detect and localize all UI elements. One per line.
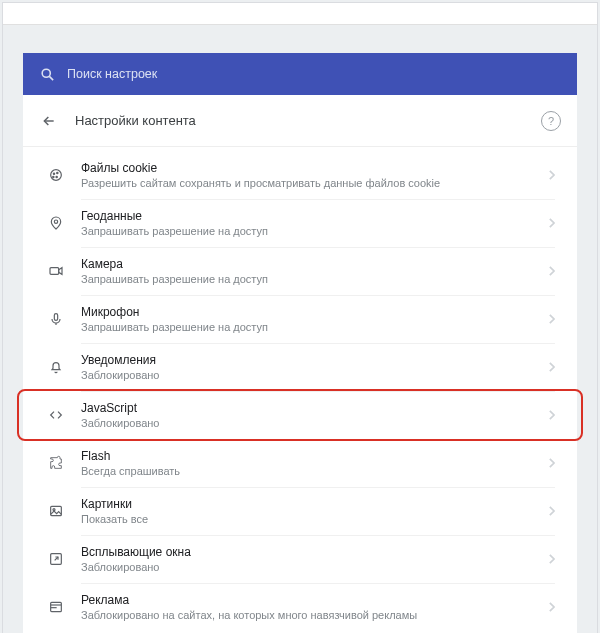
list-item-popup[interactable]: Всплывающие окна Заблокировано xyxy=(23,535,577,583)
svg-point-6 xyxy=(53,176,54,177)
camera-icon xyxy=(45,263,67,279)
list-item-image[interactable]: Картинки Показать все xyxy=(23,487,577,535)
top-whitespace xyxy=(3,3,597,25)
svg-point-0 xyxy=(42,69,50,77)
search-icon xyxy=(37,67,57,82)
item-subtitle: Всегда спрашивать xyxy=(81,465,548,477)
svg-point-2 xyxy=(51,170,62,181)
item-subtitle: Заблокировано xyxy=(81,417,548,429)
list-item-camera[interactable]: Камера Запрашивать разрешение на доступ xyxy=(23,247,577,295)
svg-point-7 xyxy=(54,220,57,223)
chevron-right-icon xyxy=(548,554,555,564)
item-title: Микрофон xyxy=(81,305,548,319)
cookie-icon xyxy=(45,167,67,183)
content-settings-card: Настройки контента ? Файлы cookie Разреш… xyxy=(23,95,577,633)
location-icon xyxy=(45,215,67,231)
list-item-code[interactable]: JavaScript Заблокировано xyxy=(23,391,577,439)
item-title: Уведомления xyxy=(81,353,548,367)
chevron-right-icon xyxy=(548,218,555,228)
item-title: Всплывающие окна xyxy=(81,545,548,559)
chevron-right-icon xyxy=(548,602,555,612)
list-item-ads[interactable]: Реклама Заблокировано на сайтах, на кото… xyxy=(23,583,577,631)
settings-list: Файлы cookie Разрешить сайтам сохранять … xyxy=(23,147,577,633)
back-button[interactable] xyxy=(39,111,59,131)
item-subtitle: Заблокировано на сайтах, на которых мног… xyxy=(81,609,548,621)
list-item-cookie[interactable]: Файлы cookie Разрешить сайтам сохранять … xyxy=(23,151,577,199)
page-title: Настройки контента xyxy=(75,113,196,128)
chevron-right-icon xyxy=(548,362,555,372)
svg-rect-8 xyxy=(50,268,59,275)
chevron-right-icon xyxy=(548,410,555,420)
item-title: Картинки xyxy=(81,497,548,511)
item-subtitle: Запрашивать разрешение на доступ xyxy=(81,225,548,237)
chevron-right-icon xyxy=(548,458,555,468)
list-item-bell[interactable]: Уведомления Заблокировано xyxy=(23,343,577,391)
svg-rect-11 xyxy=(51,506,62,515)
item-title: Реклама xyxy=(81,593,548,607)
svg-point-4 xyxy=(57,172,58,173)
item-subtitle: Запрашивать разрешение на доступ xyxy=(81,321,548,333)
chevron-right-icon xyxy=(548,506,555,516)
image-icon xyxy=(45,503,67,519)
item-title: Flash xyxy=(81,449,548,463)
item-subtitle: Запрашивать разрешение на доступ xyxy=(81,273,548,285)
popup-icon xyxy=(45,551,67,567)
card-header: Настройки контента ? xyxy=(23,95,577,147)
puzzle-icon xyxy=(45,455,67,471)
svg-point-5 xyxy=(56,176,57,177)
item-title: JavaScript xyxy=(81,401,548,415)
item-title: Файлы cookie xyxy=(81,161,548,175)
mic-icon xyxy=(45,311,67,327)
bell-icon xyxy=(45,359,67,375)
ads-icon xyxy=(45,599,67,615)
item-subtitle: Разрешить сайтам сохранять и просматрива… xyxy=(81,177,548,189)
settings-search-bar[interactable] xyxy=(23,53,577,95)
chevron-right-icon xyxy=(548,170,555,180)
item-subtitle: Заблокировано xyxy=(81,561,548,573)
help-button[interactable]: ? xyxy=(541,111,561,131)
item-subtitle: Показать все xyxy=(81,513,548,525)
search-input[interactable] xyxy=(67,67,563,81)
svg-rect-9 xyxy=(54,314,57,321)
svg-line-1 xyxy=(49,76,53,80)
chevron-right-icon xyxy=(548,266,555,276)
list-item-puzzle[interactable]: Flash Всегда спрашивать xyxy=(23,439,577,487)
code-icon xyxy=(45,407,67,423)
chevron-right-icon xyxy=(548,314,555,324)
svg-point-3 xyxy=(53,173,54,174)
item-title: Геоданные xyxy=(81,209,548,223)
list-item-mic[interactable]: Микрофон Запрашивать разрешение на досту… xyxy=(23,295,577,343)
svg-rect-14 xyxy=(51,602,62,611)
list-item-location[interactable]: Геоданные Запрашивать разрешение на дост… xyxy=(23,199,577,247)
item-subtitle: Заблокировано xyxy=(81,369,548,381)
item-title: Камера xyxy=(81,257,548,271)
